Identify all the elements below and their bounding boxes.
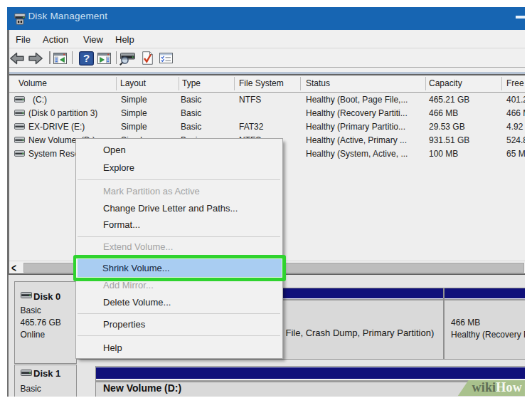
svg-text:?: ? — [83, 52, 90, 64]
